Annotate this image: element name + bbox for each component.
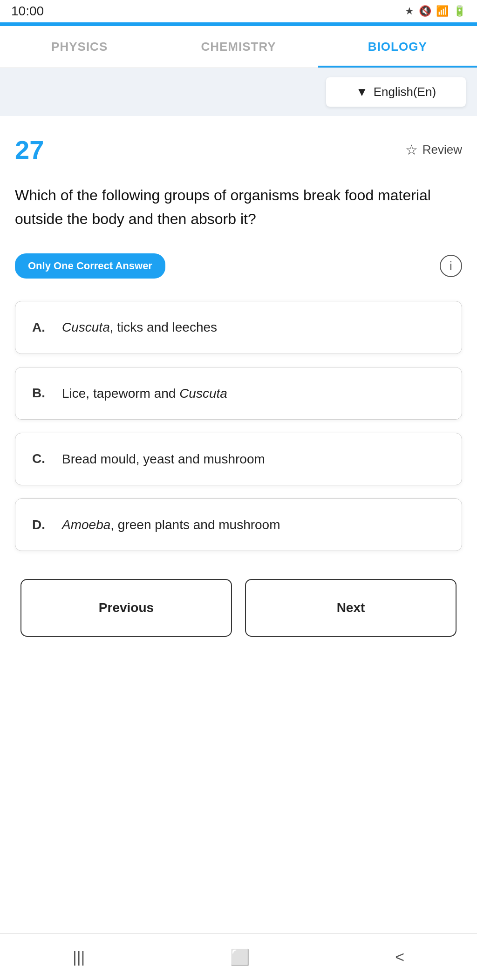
previous-button[interactable]: Previous: [20, 579, 232, 637]
menu-icon[interactable]: |||: [73, 948, 85, 966]
accent-bar: [0, 22, 477, 26]
option-c[interactable]: C. Bread mould, yeast and mushroom: [15, 433, 462, 485]
option-d-letter: D.: [32, 517, 47, 532]
bluetooth-icon: ★: [405, 5, 414, 17]
option-d[interactable]: D. Amoeba, green plants and mushroom: [15, 498, 462, 551]
question-header: 27 ☆ Review: [15, 135, 462, 165]
chevron-down-icon: ▼: [356, 85, 368, 99]
main-content: 27 ☆ Review Which of the following group…: [0, 116, 477, 674]
options-list: A. Cuscuta, ticks and leeches B. Lice, t…: [15, 301, 462, 551]
option-b-letter: B.: [32, 386, 47, 401]
nav-buttons: Previous Next: [15, 579, 462, 655]
option-a-text: Cuscuta, ticks and leeches: [62, 318, 217, 336]
status-bar: 10:00 ★ 🔇 📶 🔋: [0, 0, 477, 22]
home-icon[interactable]: ⬜: [230, 948, 250, 966]
status-icons: ★ 🔇 📶 🔋: [405, 5, 466, 17]
question-text: Which of the following groups of organis…: [15, 184, 462, 231]
tab-biology[interactable]: BIOLOGY: [318, 26, 477, 68]
star-icon: ☆: [405, 142, 418, 158]
option-b[interactable]: B. Lice, tapeworm and Cuscuta: [15, 367, 462, 420]
bottom-nav: ||| ⬜ <: [0, 933, 477, 980]
question-number: 27: [15, 135, 44, 165]
option-b-text: Lice, tapeworm and Cuscuta: [62, 384, 227, 402]
info-icon[interactable]: i: [440, 255, 462, 277]
answer-type-badge: Only One Correct Answer: [15, 253, 165, 279]
tab-physics[interactable]: PHYSICS: [0, 26, 159, 68]
answer-badge-row: Only One Correct Answer i: [15, 253, 462, 279]
option-a-letter: A.: [32, 320, 47, 335]
language-selector[interactable]: ▼ English(En): [326, 77, 466, 107]
signal-icon: 📶: [436, 5, 449, 17]
tab-bar: PHYSICS CHEMISTRY BIOLOGY: [0, 26, 477, 68]
back-icon[interactable]: <: [395, 948, 404, 966]
status-time: 10:00: [11, 4, 44, 19]
option-a[interactable]: A. Cuscuta, ticks and leeches: [15, 301, 462, 354]
review-label: Review: [422, 143, 462, 157]
option-c-text: Bread mould, yeast and mushroom: [62, 450, 265, 468]
next-button[interactable]: Next: [245, 579, 457, 637]
tab-chemistry[interactable]: CHEMISTRY: [159, 26, 318, 68]
option-c-letter: C.: [32, 451, 47, 466]
language-label: English(En): [374, 85, 436, 99]
option-d-text: Amoeba, green plants and mushroom: [62, 516, 280, 534]
battery-icon: 🔋: [453, 5, 466, 17]
language-area: ▼ English(En): [0, 68, 477, 116]
review-button[interactable]: ☆ Review: [405, 142, 462, 158]
mute-icon: 🔇: [419, 5, 431, 17]
